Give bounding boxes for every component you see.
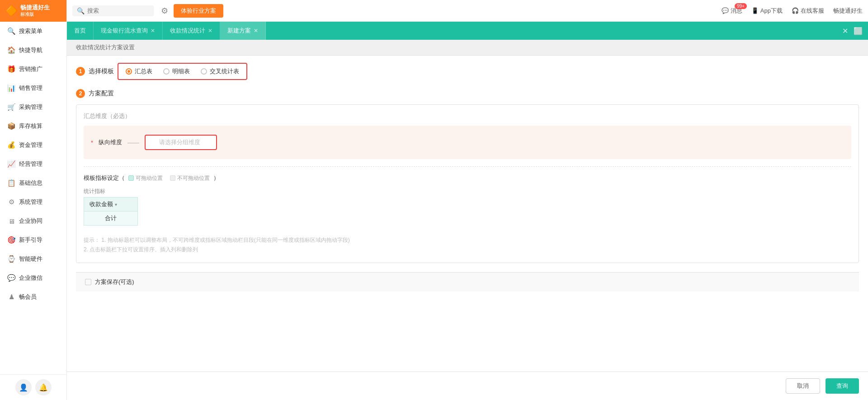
radio-detail[interactable]: [163, 68, 170, 75]
sidebar-item-purchase[interactable]: 🛒 采购管理: [0, 98, 66, 117]
tab-bank[interactable]: 现金银行流水查询 ✕: [94, 22, 163, 40]
radio-cross[interactable]: [201, 68, 207, 75]
step2-badge: 2: [76, 89, 85, 98]
tab-home[interactable]: 首页: [67, 22, 94, 40]
logo: 🔶 畅捷通好生 标准版: [0, 0, 66, 22]
sidebar-item-collab[interactable]: 🖥 企业协同: [0, 212, 66, 231]
option-detail[interactable]: 明细表: [163, 67, 190, 75]
radio-summary[interactable]: [126, 68, 132, 75]
logo-text: 畅捷通好生: [20, 4, 50, 11]
headset-icon: 🎧: [792, 7, 799, 14]
app-download-item[interactable]: 📱 App下载: [751, 7, 783, 15]
tab-new[interactable]: 新建方案 ✕: [220, 22, 266, 40]
sidebar-item-marketing[interactable]: 🎁 营销推广: [0, 60, 66, 79]
config-section: 汇总维度（必选） * 纵向维度 —— 请选择分组维度: [76, 104, 859, 263]
sidebar-item-label: 经营管理: [19, 160, 42, 168]
drag-legend: 可拖动位置 不可拖动位置: [128, 174, 210, 182]
drag-movable-label: 可拖动位置: [136, 174, 163, 182]
notif-btn[interactable]: 🔔: [35, 379, 52, 395]
metrics-table-wrapper: 统计指标 收款金额 ▾ 合计: [84, 188, 138, 226]
save-label: 方案保存(可选): [95, 278, 134, 286]
chat-icon: 💬: [7, 274, 15, 282]
step1-badge: 1: [76, 67, 85, 76]
step2-section: 2 方案配置 汇总维度（必选） * 纵向维度 —— 请选: [76, 89, 859, 263]
summary-dim-label: 汇总维度（必选）: [84, 112, 851, 120]
tab-new-close[interactable]: ✕: [254, 28, 258, 34]
topbar-right: 💬 消息 99+ 📱 App下载 🎧 在线客服 畅捷通好生: [722, 7, 863, 15]
search-icon: 🔍: [7, 27, 15, 35]
option-summary[interactable]: 汇总表: [126, 67, 152, 75]
notification-item[interactable]: 💬 消息 99+: [722, 7, 742, 15]
sidebar-item-wechat[interactable]: 💬 企业微信: [0, 268, 66, 287]
sidebar-item-business[interactable]: 📈 经营管理: [0, 155, 66, 174]
app-download-label: App下载: [760, 7, 783, 15]
tab-bank-label: 现金银行流水查询: [101, 27, 148, 35]
drag-fixed-indicator: 不可拖动位置: [170, 174, 210, 182]
sidebar-item-label: 快捷导航: [19, 46, 42, 54]
section-divider: [84, 166, 851, 167]
user-btn[interactable]: 👤: [15, 379, 32, 395]
step1-section: 1 选择模板 汇总表 明细表 交叉统计表: [76, 63, 859, 80]
metrics-header: 模板指标设定（ 可拖动位置 不可拖动位置 ）: [84, 174, 851, 182]
save-checkbox[interactable]: [85, 279, 91, 285]
topbar-search-input[interactable]: [87, 7, 149, 14]
sidebar-item-sales[interactable]: 📊 销售管理: [0, 79, 66, 98]
sidebar-item-label: 畅会员: [19, 293, 37, 301]
expand-window-btn[interactable]: ⬜: [854, 27, 863, 35]
sidebar-item-search[interactable]: 🔍 搜索菜单: [0, 22, 66, 41]
tab-bank-close[interactable]: ✕: [151, 28, 155, 34]
topbar: 🔍 ⚙ 体验行业方案 💬 消息 99+ 📱 App下载 🎧 在线客服 畅捷通好生: [67, 0, 868, 22]
page-footer: 方案保存(可选): [76, 272, 859, 292]
sidebar-item-label: 销售管理: [19, 84, 42, 92]
drag-movable-dot: [128, 175, 134, 181]
sidebar-item-inventory[interactable]: 📦 库存核算: [0, 117, 66, 136]
topbar-search-icon: 🔍: [77, 7, 85, 14]
vertical-dim-label: 纵向维度: [99, 138, 122, 146]
online-service-item[interactable]: 🎧 在线客服: [792, 7, 824, 15]
online-service-label: 在线客服: [801, 7, 824, 15]
sidebar-item-label: 搜索菜单: [19, 27, 42, 35]
trial-button[interactable]: 体验行业方案: [174, 4, 223, 18]
step1-header: 1 选择模板 汇总表 明细表 交叉统计表: [76, 63, 859, 80]
step2-title: 方案配置: [89, 89, 114, 98]
topbar-search-box[interactable]: 🔍: [72, 5, 154, 16]
member-icon: ♟: [7, 293, 15, 301]
cancel-button[interactable]: 取消: [786, 378, 820, 394]
money-icon: 💰: [7, 141, 15, 149]
close-window-btn[interactable]: ✕: [842, 27, 848, 35]
hint1: 提示： 1. 拖动标题栏可以调整布局，不可跨维度或指标区域拖动栏目段(只能在同一…: [84, 236, 851, 244]
metrics-data-row: 合计: [84, 212, 138, 226]
tab-stats-close[interactable]: ✕: [208, 28, 212, 34]
sidebar-item-system[interactable]: ⚙ 系统管理: [0, 193, 66, 212]
trend-icon: 📈: [7, 160, 15, 168]
home-icon: 🏠: [7, 46, 15, 54]
step1-title: 选择模板: [89, 67, 114, 75]
dimension-select[interactable]: 请选择分组维度: [145, 135, 217, 150]
sidebar-item-newbie[interactable]: 🎯 新手引导: [0, 231, 66, 249]
summary-dim-title: 汇总维度（必选）: [84, 113, 131, 119]
box-icon: 📦: [7, 122, 15, 130]
col-header-label: 收款金额: [90, 200, 113, 208]
clipboard-icon: 📋: [7, 179, 15, 187]
sidebar-item-quick-nav[interactable]: 🏠 快捷导航: [0, 41, 66, 60]
metrics-col-header[interactable]: 收款金额 ▾: [84, 197, 138, 212]
sidebar-item-basic[interactable]: 📋 基础信息: [0, 174, 66, 193]
option-cross-label: 交叉统计表: [210, 67, 239, 75]
sidebar-item-hardware[interactable]: ⌚ 智能硬件: [0, 249, 66, 268]
hint2: 2. 点击标题栏下拉可设置排序、插入列和删除列: [84, 246, 851, 254]
arrow: ——: [127, 139, 139, 146]
sidebar-item-label: 库存核算: [19, 122, 42, 130]
col-dropdown-arrow[interactable]: ▾: [115, 202, 117, 207]
dim-placeholder: 请选择分组维度: [159, 139, 200, 146]
query-button[interactable]: 查询: [826, 378, 859, 394]
settings-icon[interactable]: ⚙: [161, 6, 168, 16]
breadcrumb-text: 收款情况统计方案设置: [76, 44, 135, 51]
required-mark: *: [91, 139, 93, 146]
dimension-area: * 纵向维度 —— 请选择分组维度: [84, 126, 851, 159]
option-cross[interactable]: 交叉统计表: [201, 67, 239, 75]
tab-stats[interactable]: 收款情况统计 ✕: [163, 22, 220, 40]
sidebar-item-member[interactable]: ♟ 畅会员: [0, 287, 66, 306]
main-area: 🔍 ⚙ 体验行业方案 💬 消息 99+ 📱 App下载 🎧 在线客服 畅捷通好生: [67, 0, 868, 400]
message-icon: 💬: [722, 7, 729, 14]
sidebar-item-finance[interactable]: 💰 资金管理: [0, 136, 66, 155]
